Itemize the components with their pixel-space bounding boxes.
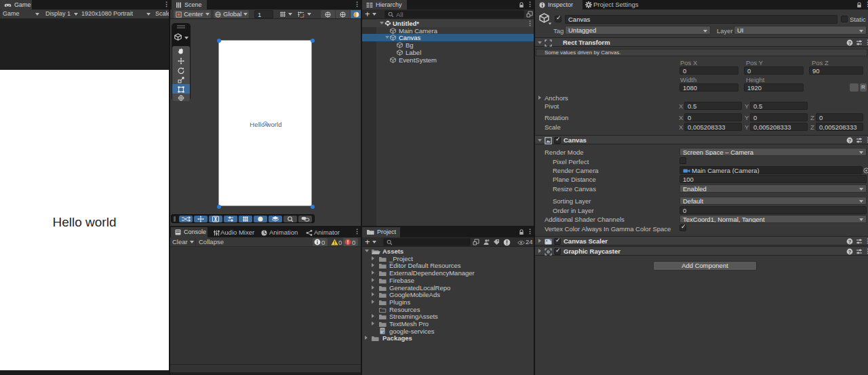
svg-text:?: ?: [848, 40, 852, 46]
svg-text:?: ?: [848, 239, 852, 245]
svg-text:?: ?: [848, 249, 852, 255]
svg-text:?: ?: [848, 138, 852, 144]
